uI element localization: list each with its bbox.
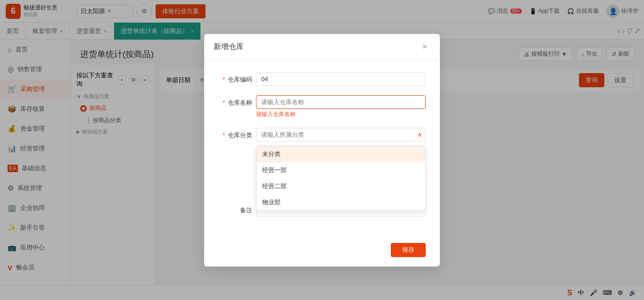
category-select-wrapper: ∧ <box>256 128 426 142</box>
dialog-header: 新增仓库 × <box>204 34 440 61</box>
code-field <box>256 72 426 86</box>
form-row-name: * 仓库名称 请输入仓库名称 <box>218 95 426 118</box>
dialog-footer: 保存 <box>204 237 440 267</box>
note-label: 备注 <box>218 203 256 215</box>
required-star-code: * <box>223 76 225 83</box>
form-row-code: * 仓库编码 <box>218 72 426 86</box>
required-star-name: * <box>223 99 225 106</box>
code-input[interactable] <box>256 72 426 86</box>
dialog-close-button[interactable]: × <box>419 42 430 53</box>
dialog-body: * 仓库编码 * 仓库名称 请输入仓库名称 <box>204 61 440 237</box>
category-label: * 仓库分类 <box>218 128 256 140</box>
name-label: * 仓库名称 <box>218 95 256 107</box>
name-error-msg: 请输入仓库名称 <box>256 110 426 118</box>
name-input[interactable] <box>256 95 426 109</box>
category-dropdown: 未分类 经营一部 经营二部 物业部 <box>256 146 426 211</box>
add-warehouse-dialog: 新增仓库 × * 仓库编码 * 仓库名称 <box>204 34 440 267</box>
category-input[interactable] <box>256 128 426 142</box>
form-row-category: * 仓库分类 ∧ 未分类 经营一部 经营二部 物业部 <box>218 128 426 142</box>
dropdown-item-uncategorized[interactable]: 未分类 <box>256 146 425 162</box>
modal-overlay: 新增仓库 × * 仓库编码 * 仓库名称 <box>0 0 644 300</box>
dialog-title: 新增仓库 <box>214 42 244 52</box>
dropdown-item-dept2[interactable]: 经营二部 <box>256 178 425 194</box>
name-field: 请输入仓库名称 <box>256 95 426 118</box>
save-button[interactable]: 保存 <box>391 243 426 257</box>
dropdown-item-dept3[interactable]: 物业部 <box>256 194 425 210</box>
required-star-category: * <box>223 132 225 139</box>
category-field: ∧ 未分类 经营一部 经营二部 物业部 <box>256 128 426 142</box>
dropdown-item-dept1[interactable]: 经营一部 <box>256 162 425 178</box>
code-label: * 仓库编码 <box>218 72 256 84</box>
